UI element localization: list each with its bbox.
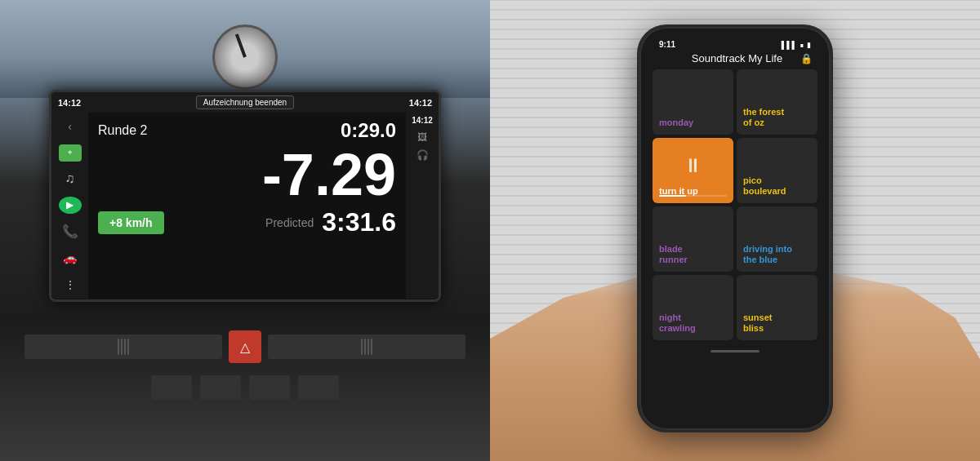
playlist-item-monday[interactable]: monday xyxy=(653,69,733,135)
notch xyxy=(702,37,768,55)
signal-icon: ▌▌▌ xyxy=(782,41,797,49)
phone-panel: 9:11 ▌▌▌ ∎ ▮ Soundtrack My Life 🔒 xyxy=(490,0,980,461)
playlist-item-driving-blue[interactable]: driving intothe blue xyxy=(737,206,817,272)
battery-icon: ▮ xyxy=(807,41,811,49)
speedometer xyxy=(212,24,278,90)
dash-btn-2[interactable] xyxy=(200,375,241,400)
predicted-label: Predicted xyxy=(265,216,314,229)
playlist-label-monday: monday xyxy=(659,117,727,128)
playlist-label-forest: the forestof oz xyxy=(743,107,811,128)
car-display-panel: 14:12 Aufzeichnung beenden 14:12 ‹ ⌖ ♫ ▶… xyxy=(0,0,490,461)
apps-icon[interactable]: ⋮ xyxy=(58,275,82,294)
dashboard-controls: △ xyxy=(0,314,490,461)
playlist-label-night-crawling: nightcrawling xyxy=(659,313,727,334)
home-indicator xyxy=(710,350,760,352)
progress-bar-fill xyxy=(659,195,686,197)
hazard-button[interactable]: △ xyxy=(229,330,261,363)
dash-btn-4[interactable] xyxy=(298,375,339,400)
playlist-label-driving-blue: driving intothe blue xyxy=(743,244,811,265)
vent-left xyxy=(24,335,222,359)
playlist-item-turn-it-up[interactable]: ⏸ turn it up xyxy=(653,138,733,203)
playlist-item-pico[interactable]: picoboulevard xyxy=(737,138,817,203)
playlist-label-pico: picoboulevard xyxy=(743,175,811,197)
vent-right xyxy=(268,335,466,359)
playlist-label-blade-runner: bladerunner xyxy=(659,244,727,265)
dash-btn-3[interactable] xyxy=(249,375,290,400)
phone-status-icons: ▌▌▌ ∎ ▮ xyxy=(782,40,811,49)
carplay-time-left: 14:12 xyxy=(58,98,81,108)
playlist-label-sunset-bliss: sunsetbliss xyxy=(743,313,811,334)
phone-icon[interactable]: 📞 xyxy=(58,222,82,241)
media-icon: 🎧 xyxy=(416,149,429,161)
carplay-right-status: 14:12 🖼 🎧 xyxy=(406,113,439,299)
playlist-item-blade-runner[interactable]: bladerunner xyxy=(653,206,733,272)
spotify-icon[interactable]: ▶ xyxy=(59,197,82,214)
speed-badge: +8 km/h xyxy=(98,211,164,234)
playlist-grid[interactable]: monday the forestof oz ⏸ turn it up xyxy=(646,69,824,347)
car-icon[interactable]: 🚗 xyxy=(58,249,82,268)
lock-icon: 🔒 xyxy=(800,53,813,64)
maps-icon[interactable]: ⌖ xyxy=(59,144,82,162)
right-status-time: 14:12 xyxy=(412,116,433,125)
progress-bar xyxy=(659,195,727,197)
round-time: 0:29.0 xyxy=(341,119,396,142)
screen-icon: 🖼 xyxy=(417,131,427,143)
gauge-area xyxy=(0,0,490,98)
predicted-value: 3:31.6 xyxy=(322,207,396,237)
wifi-icon: ∎ xyxy=(800,41,804,49)
back-icon: ‹ xyxy=(58,117,82,136)
playlist-item-night-crawling[interactable]: nightcrawling xyxy=(653,275,733,340)
playlist-item-sunset-bliss[interactable]: sunsetbliss xyxy=(737,275,817,340)
stop-recording-button[interactable]: Aufzeichnung beenden xyxy=(196,95,294,109)
main-value: -7.29 xyxy=(98,145,396,204)
phone-device: 9:11 ▌▌▌ ∎ ▮ Soundtrack My Life 🔒 xyxy=(637,24,833,432)
playlist-item-forest[interactable]: the forestof oz xyxy=(737,69,817,135)
carplay-sidebar: ‹ ⌖ ♫ ▶ 📞 🚗 ⋮ xyxy=(51,113,88,299)
carplay-time-right: 14:12 xyxy=(409,98,432,108)
carplay-screen: 14:12 Aufzeichnung beenden 14:12 ‹ ⌖ ♫ ▶… xyxy=(49,90,441,302)
home-indicator-area xyxy=(646,347,824,359)
phone-time: 9:11 xyxy=(659,40,675,49)
music-icon[interactable]: ♫ xyxy=(58,170,82,188)
dash-btn-1[interactable] xyxy=(151,375,192,400)
pause-icon: ⏸ xyxy=(684,154,703,177)
phone-screen: 9:11 ▌▌▌ ∎ ▮ Soundtrack My Life 🔒 xyxy=(646,37,824,420)
carplay-main-display: Runde 2 0:29.0 -7.29 +8 km/h Predicted 3… xyxy=(88,113,406,299)
round-label: Runde 2 xyxy=(98,123,148,138)
